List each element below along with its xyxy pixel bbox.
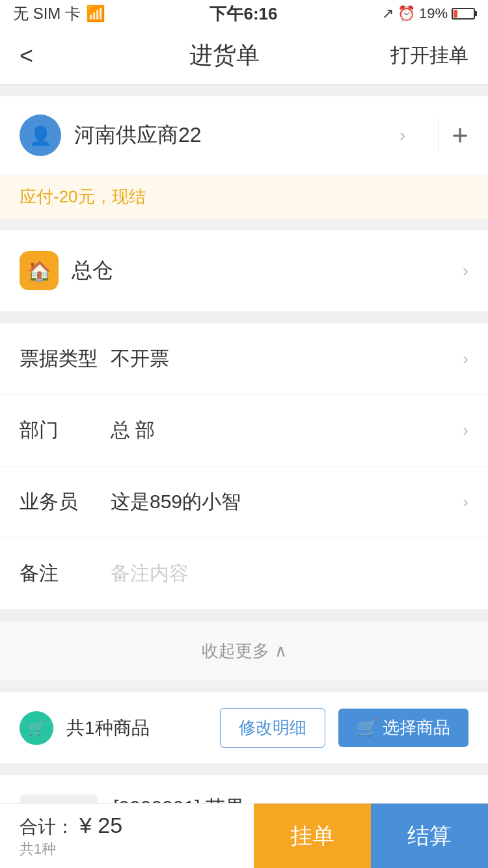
nav-bar: < 进货单 打开挂单 (0, 27, 488, 85)
product-count: 共1种商品 (66, 716, 207, 740)
warehouse-icon: 🏠 (20, 251, 59, 290)
alarm-icon: ⏰ (398, 5, 415, 22)
add-button[interactable]: + (452, 119, 468, 152)
select-product-icon: 🛒 (357, 718, 377, 738)
collapse-icon: ∧ (275, 641, 287, 661)
remark-row[interactable]: 备注 备注内容 (0, 538, 488, 610)
department-key: 部门 (20, 417, 111, 444)
supplier-chevron: › (400, 125, 405, 146)
status-bar: 无 SIM 卡 📶 下午6:16 ↗ ⏰ 19% (0, 0, 488, 27)
invoice-type-row[interactable]: 票据类型 不开票 › (0, 323, 488, 395)
remark-key: 备注 (20, 560, 111, 587)
invoice-type-key: 票据类型 (20, 346, 111, 372)
total-row: 合计： ¥ 25 (20, 813, 254, 839)
location-icon: ↗ (382, 5, 394, 22)
total-key: 合计： (20, 815, 74, 839)
products-header: 🛒 共1种商品 修改明细 🛒 选择商品 (0, 692, 488, 763)
warehouse-chevron: › (463, 260, 468, 281)
form-section: 票据类型 不开票 › 部门 总 部 › 业务员 这是859的小智 › 备注 备注… (0, 323, 488, 610)
department-chevron: › (463, 420, 468, 441)
hang-button[interactable]: 挂单 (254, 804, 371, 868)
total-sub: 共1种 (20, 839, 254, 859)
status-time: 下午6:16 (210, 3, 277, 25)
department-value: 总 部 (111, 417, 463, 444)
salesperson-key: 业务员 (20, 489, 111, 515)
status-left: 无 SIM 卡 📶 (13, 3, 105, 24)
salesperson-row[interactable]: 业务员 这是859的小智 › (0, 467, 488, 538)
total-section: 合计： ¥ 25 共1种 (0, 804, 254, 868)
back-button[interactable]: < (20, 42, 59, 70)
department-row[interactable]: 部门 总 部 › (0, 395, 488, 467)
checkout-button[interactable]: 结算 (371, 804, 488, 868)
invoice-type-chevron: › (463, 349, 468, 369)
collapse-label: 收起更多 (202, 640, 269, 662)
total-amount: ¥ 25 (79, 813, 122, 838)
page-title: 进货单 (189, 40, 260, 72)
warehouse-row[interactable]: 🏠 总仓 › (0, 230, 488, 312)
supplier-name: 河南供应商22 (74, 121, 400, 150)
bottom-bar: 合计： ¥ 25 共1种 挂单 结算 (0, 803, 488, 868)
carrier-text: 无 SIM 卡 (13, 3, 81, 24)
supplier-section: 👤 河南供应商22 › + 应付-20元，现结 (0, 96, 488, 219)
cart-icon: 🛒 (20, 711, 53, 745)
supplier-row[interactable]: 👤 河南供应商22 › + (0, 96, 488, 175)
battery-icon (452, 8, 475, 20)
modify-detail-button[interactable]: 修改明细 (220, 708, 325, 748)
wifi-icon: 📶 (86, 5, 105, 23)
collapse-bar[interactable]: 收起更多 ∧ (0, 621, 488, 681)
warehouse-section: 🏠 总仓 › (0, 230, 488, 312)
select-product-label: 选择商品 (383, 716, 450, 739)
remark-placeholder: 备注内容 (111, 560, 468, 587)
warehouse-name: 总仓 (72, 256, 463, 285)
select-product-button[interactable]: 🛒 选择商品 (338, 709, 468, 747)
salesperson-chevron: › (463, 492, 468, 512)
open-hang-button[interactable]: 打开挂单 (390, 42, 468, 69)
supplier-avatar: 👤 (20, 115, 61, 156)
status-right: ↗ ⏰ 19% (382, 5, 475, 22)
invoice-type-value: 不开票 (111, 346, 463, 372)
divider (438, 119, 439, 152)
salesperson-value: 这是859的小智 (111, 489, 463, 515)
battery-percent: 19% (419, 5, 448, 22)
info-banner: 应付-20元，现结 (0, 175, 488, 219)
